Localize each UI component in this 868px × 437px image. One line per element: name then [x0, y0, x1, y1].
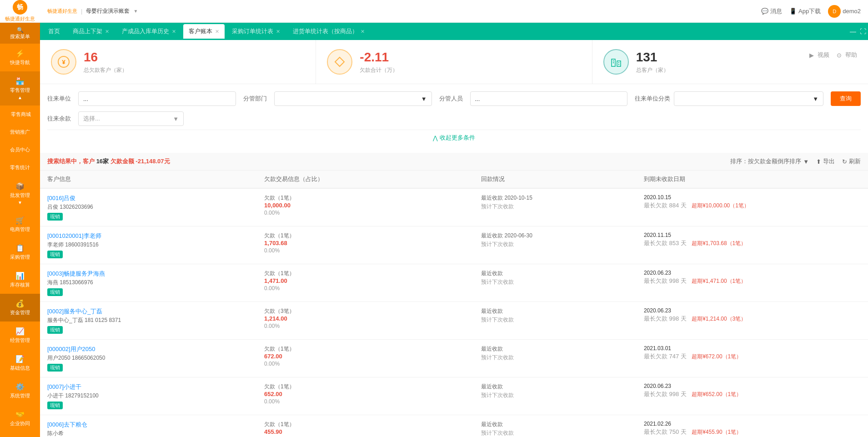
svg-rect-4 [617, 61, 621, 66]
tab-close-icon[interactable]: ✕ [215, 29, 219, 35]
sidebar-item-label: 会员中心 [10, 146, 30, 153]
search-menu-item[interactable]: 🔍 搜索菜单 [0, 23, 40, 44]
tab-chanpinpin[interactable]: 产成品入库单历史 ✕ [116, 24, 181, 39]
debt-percent: 0.00% [264, 210, 481, 216]
message-label: 消息 [770, 7, 782, 15]
export-btn[interactable]: ⬆ 导出 [816, 157, 835, 166]
sidebar-item-pifa[interactable]: 📦 批发管理 ▼ [0, 176, 40, 211]
video-icon: ▶ [809, 52, 814, 59]
filter-input-category[interactable]: ▼ [674, 91, 823, 106]
overdue-info-2: 2020.11.15 最长欠款 853 天 超期¥1,703.68（1笔） [644, 232, 861, 247]
filter-category: 往来单位分类 ▼ [635, 91, 823, 106]
result-bar: 搜索结果中，客户 16家 欠款金额 -21,148.07元 排序：按欠款金额倒序… [40, 153, 868, 171]
stat-card-3: 131 总客户（家） ▶ 视频 ⊙ 帮助 [592, 40, 868, 84]
tab-label: 商品上下架 [73, 27, 102, 35]
sidebar-item-kuaijie[interactable]: ⚡ 快捷导航 [0, 44, 40, 71]
sidebar-item-xitong[interactable]: ⚙️ 系统管理 [0, 377, 40, 405]
refresh-btn[interactable]: ↻ 刷新 [842, 157, 861, 166]
customer-badge: 现销 [47, 288, 63, 296]
tab-close-icon[interactable]: ✕ [172, 29, 176, 35]
tab-close-icon[interactable]: ✕ [105, 29, 109, 35]
customer-contact: 陈小希 [47, 430, 264, 437]
customer-name-link[interactable]: [0007]小进干 [47, 383, 264, 391]
customer-name-link[interactable]: [0016]吕俊 [47, 194, 264, 202]
tab-shangpin[interactable]: 商品上下架 ✕ [67, 24, 115, 39]
debt-info-2: 欠款（1笔） 1,703.68 0.00% [264, 232, 481, 254]
table-row: [0002]服务中心_丁磊 服务中心_丁磊 181 0125 8371 现销 欠… [40, 302, 868, 340]
overdue-link[interactable]: 超期¥672.00（1笔） [692, 353, 742, 360]
sidebar-item-xinshouyindao[interactable]: 🎯 新手引导 [0, 432, 40, 437]
data-table: 客户信息 欠款交易信息（占比） 回款情况 到期未收款日期 [0016]吕俊 吕俊… [40, 171, 868, 437]
customer-contact: 吕俊 13026203696 [47, 203, 264, 211]
user-avatar[interactable]: D demo2 [828, 5, 861, 18]
tabs-bar: 首页 商品上下架 ✕ 产成品入库单历史 ✕ 客户账本 ✕ 采购订单统计表 ✕ 进… [40, 23, 868, 40]
overdue-link[interactable]: 超期¥1,703.68（1笔） [692, 240, 746, 246]
sidebar-item-qiyexietong[interactable]: 🤝 企业协同 [0, 405, 40, 432]
overdue-link[interactable]: 超期¥652.00（1笔） [692, 391, 742, 397]
filter-label-category: 往来单位分类 [635, 95, 670, 103]
page-content: ¥ 16 总欠款客户（家） -2.11 欠款合计（万） [40, 40, 868, 437]
app-label: App下载 [798, 7, 821, 15]
app-download-btn[interactable]: 📱 App下载 [789, 7, 821, 15]
tab-caigou[interactable]: 采购订单统计表 ✕ [226, 24, 286, 39]
flash-icon: ⚡ [15, 49, 25, 58]
export-label: 导出 [823, 157, 835, 166]
sidebar-item-jichuxinxi[interactable]: 📝 基础信息 [0, 349, 40, 377]
stat-card-1: ¥ 16 总欠款客户（家） [40, 40, 316, 84]
filter-input-dept[interactable]: ▼ [274, 91, 432, 106]
sidebar-item-huiyuan[interactable]: 会员中心 [0, 141, 40, 159]
package-icon: 📦 [15, 182, 25, 191]
customer-info-4: [0002]服务中心_丁磊 服务中心_丁磊 181 0125 8371 现销 [47, 307, 264, 334]
debt-percent: 0.00% [264, 323, 481, 329]
overdue-info-5: 2021.03.01 最长欠款 747 天 超期¥672.00（1笔） [644, 345, 861, 361]
collapse-row[interactable]: ⋀ 收起更多条件 [47, 130, 861, 146]
overdue-link[interactable]: 超期¥10,000.00（1笔） [692, 202, 749, 209]
message-btn[interactable]: 💬 消息 [761, 7, 782, 15]
industry-select[interactable]: 母婴行业演示账套 [86, 7, 130, 15]
overdue-link[interactable]: 超期¥455.90（1笔） [692, 429, 742, 435]
sidebar-item-yingxiao[interactable]: 营销推广 [0, 123, 40, 141]
tabs-actions: — ⛶ [850, 28, 866, 35]
minimize-btn[interactable]: — [850, 28, 856, 35]
overdue-link[interactable]: 超期¥1,471.00（1笔） [692, 278, 746, 284]
debt-count: 欠款（1笔） [264, 232, 481, 240]
settings-icon: ⚙️ [15, 382, 25, 391]
debt-count: 欠款（1笔） [264, 421, 481, 428]
help-label[interactable]: 帮助 [845, 51, 857, 59]
sidebar-item-dianshang[interactable]: 🛒 电商管理 [0, 211, 40, 238]
video-label[interactable]: 视频 [818, 51, 829, 59]
customer-name-link[interactable]: [000002]用户2050 [47, 345, 264, 353]
customer-count: 16家 [96, 158, 109, 165]
sidebar-item-kucun[interactable]: 📊 库存核算 [0, 266, 40, 294]
debt-amount: 652.00 [264, 391, 481, 397]
search-button[interactable]: 查询 [831, 91, 861, 106]
overdue-days: 最长欠款 853 天 超期¥1,703.68（1笔） [644, 239, 861, 247]
filter-input-unit[interactable]: ... [78, 91, 236, 106]
maximize-btn[interactable]: ⛶ [860, 28, 866, 35]
tab-kehu[interactable]: 客户账本 ✕ [183, 24, 225, 39]
customer-name-link[interactable]: [0006]去下粮仓 [47, 421, 264, 429]
svg-marker-2 [335, 57, 344, 66]
sidebar-item-caigou[interactable]: 📋 采购管理 [0, 238, 40, 266]
overdue-link[interactable]: 超期¥1,214.00（3笔） [692, 316, 746, 322]
message-icon: 💬 [761, 8, 768, 15]
sidebar-item-shangcheng[interactable]: 零售商城 [0, 105, 40, 123]
sidebar-item-lingshow[interactable]: 🏪 零售管理 ▲ [0, 71, 40, 105]
customer-name-link[interactable]: [0002]服务中心_丁磊 [47, 307, 264, 316]
filter-select-balance[interactable]: 选择... ▼ [78, 111, 184, 126]
overdue-info-7: 2021.02.26 最长欠款 750 天 超期¥455.90（1笔） [644, 421, 861, 436]
filter-input-person[interactable]: ... [470, 91, 628, 106]
customer-name-link[interactable]: [0003]畅捷服务尹海燕 [47, 270, 264, 278]
sort-select[interactable]: 排序：按欠款金额倒序排序 ▼ [730, 157, 809, 166]
sidebar-item-zijin[interactable]: 💰 资金管理 [0, 294, 40, 321]
result-middle: 欠款金额 [110, 158, 134, 165]
sidebar-item-jingying[interactable]: 📈 经营管理 [0, 321, 40, 349]
tab-jinhuo[interactable]: 进货单统计表（按商品） ✕ [287, 24, 370, 39]
tab-home[interactable]: 首页 [43, 24, 65, 39]
sidebar-item-lingshow-stat[interactable]: 零售统计 [0, 159, 40, 176]
customer-name-link[interactable]: [0001020001]李老师 [47, 232, 264, 240]
debt-percent: 0.00% [264, 398, 481, 405]
tab-close-icon[interactable]: ✕ [276, 29, 280, 35]
tab-close-icon[interactable]: ✕ [361, 29, 365, 35]
collapse-icon: ⋀ [433, 135, 438, 141]
